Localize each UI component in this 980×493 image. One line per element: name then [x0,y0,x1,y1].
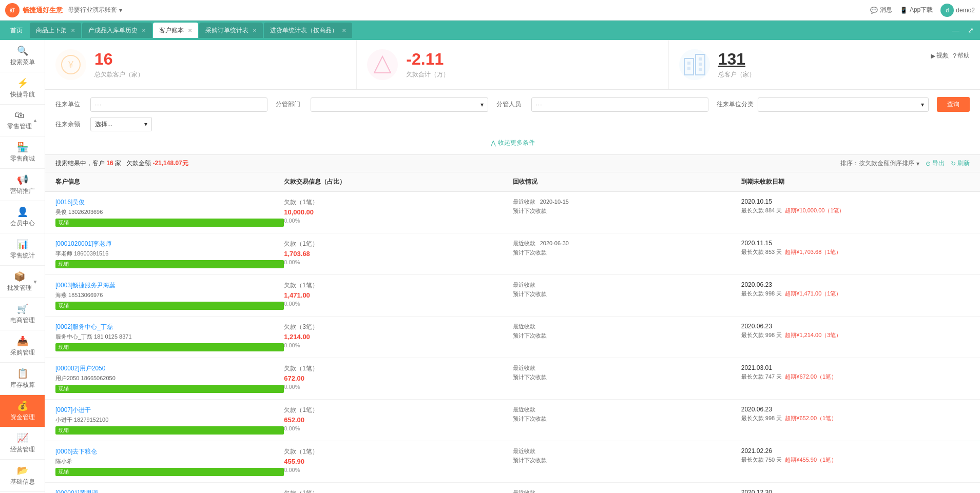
tab-label: 产成品入库单历史 [88,26,138,35]
from-unit-input[interactable]: ··· [90,97,267,112]
sidebar-label: 零售商城 [0,154,45,163]
close-icon[interactable]: ✕ [342,28,346,33]
balance-select[interactable]: 选择... ▾ [90,117,152,131]
debt-amount-link[interactable]: 10,000.00 [284,208,512,216]
sidebar-item-basic-info[interactable]: 📂 基础信息 [0,460,45,492]
filter-manager: 分管人员 ··· [496,97,708,112]
due-overdue-link[interactable]: 超期¥1,471.00（1笔） [785,290,841,297]
refresh-btn[interactable]: ↻ 刷新 [951,159,970,168]
sidebar-label: 零售管理 [7,122,32,131]
collect-next: 预计下次收款 [513,457,741,464]
summary-cards: ¥ 16 总欠款客户（家） -2.11 欠款合计（万） [45,40,980,90]
message-btn[interactable]: 💬 消息 [870,6,892,14]
debt-amount-link[interactable]: 455.90 [284,458,512,465]
basic-info-icon: 📂 [0,465,45,476]
tab-purchase-stats[interactable]: 进货单统计表（按商品） ✕ [264,23,352,38]
unit-type-select[interactable]: ▾ [758,97,929,112]
tab-product-shelf[interactable]: 商品上下架 ✕ [30,23,81,38]
collect-label: 最近收款 [513,281,741,289]
due-overdue-link[interactable]: 超期¥672.00（1笔） [785,373,837,380]
due-date: 2020.06.23 [741,406,970,413]
manager-input[interactable]: ··· [531,97,708,112]
result-actions: 排序：按欠款金额倒序排序 ▾ ⊙ 导出 ↻ 刷新 [840,159,970,168]
debt-amount-link[interactable]: 672.00 [284,374,512,382]
sidebar-item-retail-mgmt[interactable]: 🛍 零售管理 ▲ [0,105,45,136]
sidebar-item-search[interactable]: 🔍 搜索菜单 [0,40,45,72]
tab-product-history[interactable]: 产成品入库单历史 ✕ [82,23,152,38]
sort-select[interactable]: 排序：按欠款金额倒序排序 ▾ [840,159,919,168]
due-date: 2020.06.23 [741,323,970,330]
tab-customer-account[interactable]: 客户账本 ✕ [153,23,198,38]
customer-name-link[interactable]: [0001020001]李老师 [55,240,284,248]
sidebar-label: 库存核算 [0,381,45,389]
sidebar-item-retail-store[interactable]: 🏪 零售商城 [0,136,45,169]
help-btn[interactable]: ? 帮助 [953,51,970,60]
collect-label: 最近收款 2020-06-30 [513,240,741,247]
app-name: 畅捷通好生意 [23,6,63,15]
customer-name-link[interactable]: [0002]服务中心_丁磊 [55,323,284,331]
due-overdue-link[interactable]: 超期¥1,214.00（3笔） [785,332,841,338]
debt-amount-link[interactable]: 1,214.00 [284,333,512,341]
tab-label: 进货单统计表（按商品） [270,26,338,35]
sidebar-item-ecommerce[interactable]: 🛒 电商管理 [0,298,45,330]
tab-maximize-icon[interactable]: ⤢ [966,25,976,35]
video-btn[interactable]: ▶ 视频 [931,51,949,60]
customer-name-link[interactable]: [0016]吴俊 [55,198,284,207]
col-collect: 回收情况 [513,178,741,186]
due-days: 最长欠款 884 天 超期¥10,000.00（1笔） [741,207,970,214]
customer-name-link[interactable]: [0003]畅捷服务尹海蕊 [55,281,284,290]
export-btn[interactable]: ⊙ 导出 [926,159,945,168]
store-selector[interactable]: 母婴行业演示账套 ▾ [68,6,122,14]
customer-name-link[interactable]: [000001]黄思源 [55,489,284,493]
app-download-btn[interactable]: 📱 App下载 [900,6,933,14]
query-button[interactable]: 查询 [937,97,970,112]
marketing-icon: 📢 [0,174,45,185]
customer-name-link[interactable]: [0007]小进干 [55,406,284,415]
close-icon[interactable]: ✕ [142,28,146,33]
logo-area: 好 畅捷通好生意 [5,3,63,17]
debt-customers-label: 总欠款客户（家） [94,70,144,79]
debt-amount-link[interactable]: 652.00 [284,416,512,424]
card-info-debt-customers: 16 总欠款客户（家） [94,50,144,79]
close-icon[interactable]: ✕ [188,28,192,33]
sidebar-item-operations[interactable]: 📈 经营管理 [0,427,45,460]
customer-name-link[interactable]: [0006]去下粮仓 [55,447,284,456]
customer-tag: 现销 [55,343,284,351]
sidebar-item-member[interactable]: 👤 会员中心 [0,201,45,233]
table-row: [0007]小进干 小进干 18279152100 现销 欠款（1笔） 652.… [45,400,980,441]
collapse-btn[interactable]: ⋀ 收起更多条件 [55,136,970,149]
due-overdue-link[interactable]: 超期¥10,000.00（1笔） [785,207,844,213]
user-avatar-area[interactable]: d demo2 [940,4,975,17]
tab-purchase-order[interactable]: 采购订单统计表 ✕ [199,23,263,38]
due-overdue-link[interactable]: 超期¥455.90（1笔） [785,457,837,463]
sidebar-item-inventory[interactable]: 📋 库存核算 [0,363,45,395]
debt-customers-number: 16 [94,50,144,68]
sidebar-item-batch-mgmt[interactable]: 📦 批发管理 ▼ [0,266,45,298]
due-overdue-link[interactable]: 超期¥1,703.68（1笔） [785,249,841,255]
col-customer: 客户信息 [55,178,284,186]
due-days: 最长欠款 998 天 超期¥1,471.00（1笔） [741,290,970,298]
chevron-down-icon: ▾ [916,160,919,167]
sidebar-item-purchase[interactable]: 📥 采购管理 [0,330,45,363]
debt-amount-link[interactable]: 1,471.00 [284,291,512,299]
collect-info: 最近收款 预计下次收款 [513,447,741,464]
sidebar-item-marketing[interactable]: 📢 营销推广 [0,169,45,201]
due-overdue-link[interactable]: 超期¥652.00（1笔） [785,415,837,421]
retail-mgmt-icon: 🛍 [15,110,24,121]
sidebar-item-retail-stats[interactable]: 📊 零售统计 [0,233,45,266]
customer-info: [0007]小进干 小进干 18279152100 现销 [55,406,284,435]
dept-select[interactable]: ▾ [311,97,488,112]
unit-type-label: 往来单位分类 [717,100,754,109]
customer-name-link[interactable]: [000002]用户2050 [55,364,284,373]
sidebar-item-quick-nav[interactable]: ⚡ 快捷导航 [0,72,45,105]
debt-info: 欠款（1笔） 455.90 0.00% [284,447,512,473]
tab-home[interactable]: 首页 [4,23,29,38]
tab-minimize-icon[interactable]: — [950,25,962,35]
sidebar-label: 营销推广 [0,187,45,195]
sidebar-label: 搜索菜单 [0,58,45,67]
sidebar-item-finance[interactable]: 💰 资金管理 [0,395,45,427]
debt-amount-link[interactable]: 1,703.68 [284,250,512,258]
phone-icon: 📱 [900,7,908,14]
close-icon[interactable]: ✕ [71,28,75,33]
close-icon[interactable]: ✕ [253,28,257,33]
